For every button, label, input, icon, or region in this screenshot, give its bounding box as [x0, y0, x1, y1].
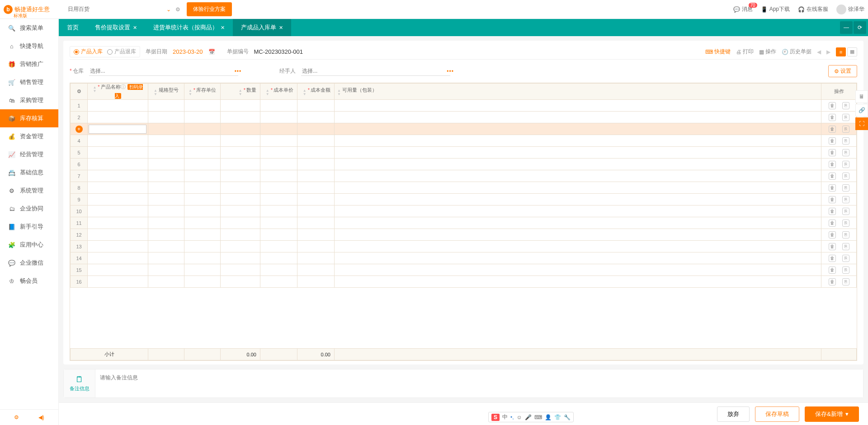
sidebar-item-8[interactable]: 📇基础信息 [0, 163, 58, 182]
table-row[interactable]: 8🗑⎘ [71, 182, 857, 194]
print-link[interactable]: 🖨 打印 [736, 48, 754, 56]
col-cost-price[interactable]: ▲▼*成本单价 [260, 84, 297, 100]
delete-row-icon[interactable]: 🗑 [829, 278, 836, 285]
sidebar-item-9[interactable]: ⚙系统管理 [0, 182, 58, 200]
sidebar-item-11[interactable]: 📘新手引导 [0, 218, 58, 236]
copy-row-icon[interactable]: ⎘ [842, 243, 849, 250]
table-row[interactable]: 7🗑⎘ [71, 170, 857, 182]
copy-row-icon[interactable]: ⎘ [842, 137, 849, 145]
delete-row-icon[interactable]: 🗑 [829, 149, 836, 156]
copy-row-icon[interactable]: ⎘ [842, 161, 849, 168]
rail-link-button[interactable]: 🔗 [855, 104, 868, 117]
tab-3[interactable]: 产成品入库单✕ [233, 19, 291, 36]
delete-row-icon[interactable]: 🗑 [829, 184, 836, 191]
next-icon[interactable]: ▶ [826, 49, 830, 55]
discard-button[interactable]: 放弃 [717, 406, 750, 422]
copy-row-icon[interactable]: ⎘ [842, 102, 849, 109]
col-spec[interactable]: ▲▼规格型号 [148, 84, 184, 100]
doc-date-value[interactable]: 2023-03-20 [173, 48, 203, 55]
col-available[interactable]: ▲▼可用量（包装） [335, 84, 821, 100]
table-row[interactable]: 13🗑⎘ [71, 241, 857, 252]
sidebar-item-1[interactable]: ⌂快捷导航 [0, 37, 58, 55]
col-qty[interactable]: ▲▼*数量 [221, 84, 260, 100]
table-row[interactable]: 16🗑⎘ [71, 276, 857, 288]
delete-row-icon[interactable]: 🗑 [829, 126, 836, 133]
shortcut-link[interactable]: ⌨ 快捷键 [705, 48, 731, 56]
add-row-button[interactable]: + [75, 126, 83, 133]
delete-row-icon[interactable]: 🗑 [829, 196, 836, 203]
delete-row-icon[interactable]: 🗑 [829, 102, 836, 109]
delete-row-icon[interactable]: 🗑 [829, 114, 836, 121]
shop-selector[interactable]: 日用百货 ⌄ [68, 5, 171, 13]
sidebar-collapse-icon[interactable]: ◀) [38, 414, 44, 420]
tab-0[interactable]: 首页 [59, 19, 87, 36]
sidebar-item-12[interactable]: 🧩应用中心 [0, 236, 58, 254]
app-download-link[interactable]: 📱 App下载 [761, 5, 790, 13]
tab-refresh-button[interactable]: ⟳ [854, 21, 866, 34]
sidebar-item-13[interactable]: 💬企业微信 [0, 254, 58, 272]
sidebar-item-0[interactable]: 🔍搜索菜单 [0, 19, 58, 37]
messages-link[interactable]: 💬 消息 70 [733, 5, 753, 13]
sidebar-item-14[interactable]: ♔畅会员 [0, 272, 58, 290]
handler-select[interactable] [301, 66, 450, 76]
copy-row-icon[interactable]: ⎘ [842, 255, 849, 262]
view-list-button[interactable]: ≡ [836, 47, 846, 56]
table-row[interactable]: 2🗑⎘ [71, 112, 857, 123]
table-row[interactable]: 1🗑⎘ [71, 100, 857, 112]
col-unit[interactable]: ▲▼*库存单位 [184, 84, 221, 100]
col-gear[interactable]: ⚙ [71, 84, 88, 100]
delete-row-icon[interactable]: 🗑 [829, 161, 836, 168]
history-link[interactable]: 🕘 历史单据 [782, 48, 811, 56]
sidebar-item-6[interactable]: 💰资金管理 [0, 127, 58, 145]
user-menu[interactable]: 徐泽华 [836, 5, 864, 14]
copy-row-icon[interactable]: ⎘ [842, 114, 849, 121]
tab-minimize-button[interactable]: — [840, 21, 853, 34]
operate-link[interactable]: ▦ 操作 [759, 48, 776, 56]
save-draft-button[interactable]: 保存草稿 [755, 406, 799, 422]
sidebar-settings-icon[interactable]: ⚙ [14, 414, 19, 420]
copy-row-icon[interactable]: ⎘ [842, 208, 849, 215]
tab-1[interactable]: 售价提取设置✕ [87, 19, 145, 36]
radio-product-out[interactable]: 产品退库 [107, 48, 136, 56]
col-cost-amount[interactable]: ▲▼*成本金额 [297, 84, 335, 100]
delete-row-icon[interactable]: 🗑 [829, 173, 836, 180]
calendar-icon[interactable]: 📅 [208, 49, 215, 55]
table-row[interactable]: 9🗑⎘ [71, 194, 857, 205]
copy-row-icon[interactable]: ⎘ [842, 126, 849, 133]
table-row[interactable]: 15🗑⎘ [71, 264, 857, 276]
delete-row-icon[interactable]: 🗑 [829, 137, 836, 145]
product-name-input[interactable] [89, 125, 146, 134]
copy-row-icon[interactable]: ⎘ [842, 196, 849, 203]
sidebar-item-2[interactable]: 🎁营销推广 [0, 55, 58, 73]
sidebar-item-5[interactable]: 📦库存核算 [0, 109, 58, 127]
copy-row-icon[interactable]: ⎘ [842, 173, 849, 180]
copy-row-icon[interactable]: ⎘ [842, 278, 849, 285]
handler-more-icon[interactable]: ••• [447, 68, 454, 75]
online-service-link[interactable]: 🎧 在线客服 [798, 5, 828, 13]
copy-row-icon[interactable]: ⎘ [842, 149, 849, 156]
delete-row-icon[interactable]: 🗑 [829, 243, 836, 250]
close-icon[interactable]: ✕ [221, 25, 225, 31]
table-row[interactable]: 10🗑⎘ [71, 205, 857, 217]
table-row[interactable]: +🗑⎘ [71, 123, 857, 135]
copy-row-icon[interactable]: ⎘ [842, 231, 849, 238]
table-row[interactable]: 4🗑⎘ [71, 135, 857, 147]
col-product[interactable]: ▲▼*产品名称ⓘ扫码录入 [88, 84, 148, 100]
table-row[interactable]: 14🗑⎘ [71, 252, 857, 264]
sidebar-item-10[interactable]: 🗂企业协同 [0, 200, 58, 218]
sidebar-item-3[interactable]: 🛒销售管理 [0, 73, 58, 91]
sidebar-item-7[interactable]: 📈经营管理 [0, 145, 58, 163]
copy-row-icon[interactable]: ⎘ [842, 184, 849, 191]
delete-row-icon[interactable]: 🗑 [829, 208, 836, 215]
delete-row-icon[interactable]: 🗑 [829, 220, 836, 227]
copy-row-icon[interactable]: ⎘ [842, 266, 849, 274]
rail-expand-button[interactable]: ⛶ [855, 117, 868, 130]
delete-row-icon[interactable]: 🗑 [829, 231, 836, 238]
prev-icon[interactable]: ◀ [817, 49, 821, 55]
table-row[interactable]: 12🗑⎘ [71, 229, 857, 241]
save-new-button[interactable]: 保存&新增 ▾ [805, 406, 859, 422]
table-row[interactable]: 6🗑⎘ [71, 159, 857, 170]
view-card-button[interactable]: ▦ [847, 47, 857, 56]
help-icon[interactable]: ⓘ [121, 84, 126, 89]
sidebar-item-4[interactable]: 🛍采购管理 [0, 91, 58, 109]
